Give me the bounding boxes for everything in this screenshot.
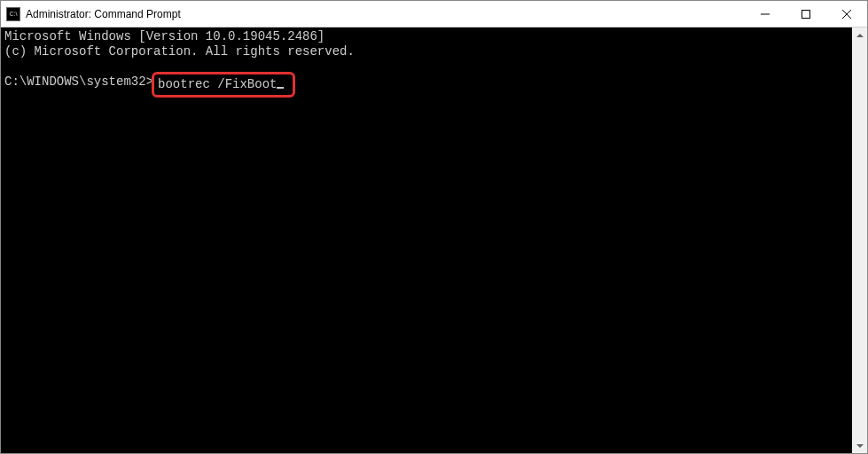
minimize-icon — [761, 10, 770, 19]
vertical-scrollbar[interactable] — [852, 27, 867, 453]
minimize-button[interactable] — [745, 1, 786, 27]
svg-marker-5 — [856, 444, 864, 448]
scroll-up-arrow[interactable] — [852, 27, 867, 43]
window-title: Administrator: Command Prompt — [26, 8, 745, 20]
text-cursor — [277, 87, 284, 89]
scroll-down-arrow[interactable] — [852, 438, 867, 453]
maximize-button[interactable] — [786, 1, 826, 27]
command-prompt-window: C:\ Administrator: Command Prompt Micros… — [0, 0, 868, 454]
svg-rect-1 — [802, 10, 810, 18]
version-line: Microsoft Windows [Version 10.0.19045.24… — [4, 29, 848, 44]
prompt-text: C:\WINDOWS\system32> — [4, 74, 153, 89]
titlebar[interactable]: C:\ Administrator: Command Prompt — [1, 1, 867, 27]
maximize-icon — [802, 10, 810, 19]
command-highlight: bootrec /FixBoot — [152, 72, 295, 98]
scroll-track[interactable] — [852, 43, 867, 438]
command-text: bootrec /FixBoot — [158, 77, 277, 91]
close-button[interactable] — [826, 1, 867, 27]
window-controls — [745, 1, 867, 27]
terminal-content[interactable]: Microsoft Windows [Version 10.0.19045.24… — [1, 27, 852, 453]
prompt-line: C:\WINDOWS\system32>bootrec /FixBoot — [4, 74, 848, 98]
copyright-line: (c) Microsoft Corporation. All rights re… — [4, 44, 848, 59]
chevron-up-icon — [856, 34, 864, 37]
terminal-area[interactable]: Microsoft Windows [Version 10.0.19045.24… — [1, 27, 867, 453]
close-icon — [842, 10, 851, 19]
chevron-down-icon — [856, 444, 864, 448]
app-icon: C:\ — [6, 7, 20, 21]
svg-marker-4 — [856, 34, 864, 37]
